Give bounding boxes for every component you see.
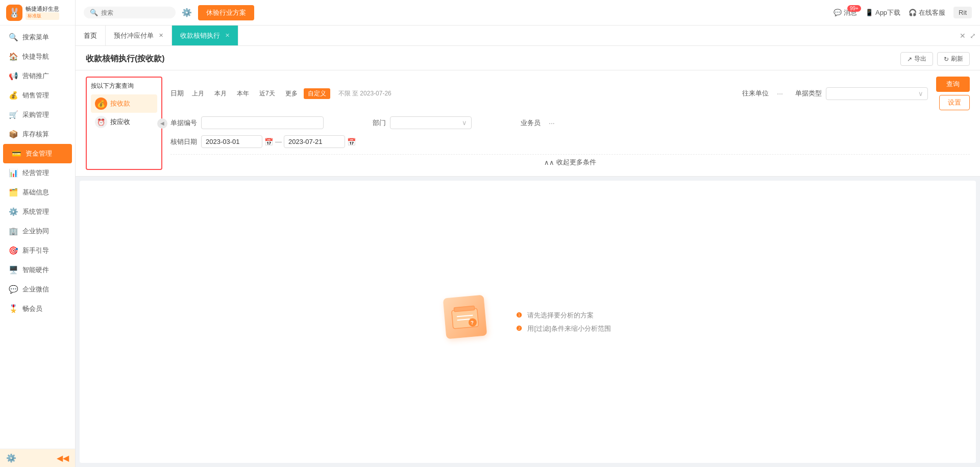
sidebar-item-search[interactable]: 🔍 搜索菜单	[0, 28, 75, 47]
sidebar-item-quick-nav[interactable]: 🏠 快捷导航	[0, 47, 75, 66]
sidebar-item-label: 智能硬件	[22, 265, 49, 275]
date-options: 上月 本月 本年 近7天 更多 自定义	[188, 88, 330, 99]
sidebar-item-sales[interactable]: 💰 销售管理	[0, 86, 75, 105]
date-custom-button[interactable]: 自定义	[304, 88, 330, 99]
sidebar-item-hardware[interactable]: 🖥️ 智能硬件	[0, 260, 75, 280]
sidebar-item-wechat[interactable]: 💬 企业微信	[0, 280, 75, 299]
verify-date-start-input[interactable]	[201, 135, 262, 148]
date-more-button[interactable]: 更多	[281, 88, 302, 99]
date-filter-field: 日期 上月 本月 本年 近7天 更多 自定义 不限 至 2023-07-26	[170, 88, 391, 99]
export-button[interactable]: ↗ 导出	[900, 52, 933, 66]
doc-type-filter-field: 单据类型 ∨	[795, 87, 928, 100]
sidebar-item-label: 基础信息	[22, 188, 49, 197]
app-icon: 📱	[865, 9, 873, 16]
system-icon: ⚙️	[8, 207, 18, 216]
purchase-icon: 🛒	[8, 110, 18, 119]
setting-button[interactable]: 设置	[939, 95, 970, 110]
tip-2-text: 用[过滤]条件来缩小分析范围	[527, 322, 610, 335]
settings-icon[interactable]: ⚙️	[6, 453, 16, 463]
staff-filter-field: 业务员 ···	[521, 117, 559, 129]
sidebar-item-marketing[interactable]: 📢 营销推广	[0, 66, 75, 86]
online-service-button[interactable]: 🎧 在线客服	[909, 8, 945, 17]
collapse-panel-button[interactable]: ◀	[157, 118, 167, 129]
filter-option-by-receivable[interactable]: ⏰ 按应收	[91, 113, 157, 131]
sidebar-item-label: 销售管理	[22, 91, 49, 100]
search-input[interactable]	[101, 9, 162, 16]
filter-option-by-receipt[interactable]: 💰 按收款	[91, 94, 157, 113]
date-this-year-button[interactable]: 本年	[233, 88, 253, 99]
sidebar-logo: 🐰 畅捷通好生意 标准版	[0, 0, 75, 26]
partner-select-button[interactable]: ···	[773, 87, 787, 100]
empty-tips: ❶ 请先选择要分析的方案 ❷ 用[过滤]条件来缩小分析范围	[516, 309, 610, 335]
page-header-actions: ↗ 导出 ↻ 刷新	[900, 52, 970, 66]
filter-option-receipt-label: 按收款	[110, 99, 130, 108]
sales-icon: 💰	[8, 91, 18, 100]
sidebar-item-label: 搜索菜单	[22, 33, 49, 42]
sidebar-item-basic-info[interactable]: 🗂️ 基础信息	[0, 183, 75, 202]
empty-state: ? ❶ 请先选择要分析的方案 ❷ 用[过滤]条件来缩小分析范围	[80, 181, 976, 463]
date-range-display: 不限 至 2023-07-26	[338, 89, 391, 98]
sidebar-item-label: 企业协同	[22, 227, 49, 236]
tab-close-all-button[interactable]: ✕	[960, 32, 966, 40]
app-badge: 标准版	[26, 12, 59, 20]
industry-solution-button[interactable]: 休验行业方案	[198, 5, 254, 20]
message-button[interactable]: 💬 消息 99+	[834, 8, 857, 17]
staff-select-button[interactable]: ···	[545, 117, 559, 129]
gear-icon[interactable]: ⚙️	[182, 8, 192, 17]
date-7days-button[interactable]: 近7天	[255, 88, 279, 99]
sidebar-item-enterprise[interactable]: 🏢 企业协同	[0, 222, 75, 241]
tip-item-2: ❷ 用[过滤]条件来缩小分析范围	[516, 322, 610, 335]
empty-box-icon: ?	[443, 294, 487, 339]
search-icon: 🔍	[90, 9, 98, 16]
calendar-end-icon[interactable]: 📅	[347, 138, 356, 146]
app-label: App下载	[875, 8, 900, 17]
sidebar-item-label: 营销推广	[22, 71, 49, 81]
refresh-button[interactable]: ↻ 刷新	[937, 52, 970, 66]
sidebar-item-system[interactable]: ⚙️ 系统管理	[0, 202, 75, 222]
doc-number-input[interactable]	[201, 116, 324, 129]
dept-filter-field: 部门 ∨	[373, 116, 472, 129]
verify-date-range: 📅 — 📅	[201, 135, 356, 148]
doc-number-label: 单据编号	[170, 118, 197, 128]
finance-icon: 💳	[11, 149, 21, 158]
collapse-sidebar-button[interactable]: ◀◀	[57, 453, 69, 463]
sidebar-item-member[interactable]: 🎖️ 畅会员	[0, 299, 75, 318]
sidebar-item-purchase[interactable]: 🛒 采购管理	[0, 105, 75, 125]
tab-home[interactable]: 首页	[76, 26, 106, 45]
dept-select[interactable]: ∨	[390, 116, 472, 129]
verify-date-end-input[interactable]	[284, 135, 345, 148]
enterprise-icon: 🏢	[8, 227, 18, 236]
tab-home-label: 首页	[84, 31, 97, 40]
date-last-month-button[interactable]: 上月	[188, 88, 208, 99]
date-this-month-button[interactable]: 本月	[210, 88, 231, 99]
more-conditions-toggle[interactable]: ∧∧ 收起更多条件	[170, 154, 970, 170]
tab-expand-button[interactable]: ⤢	[970, 32, 976, 40]
tab-receipt-exec[interactable]: 收款核销执行 ✕	[172, 26, 238, 45]
verify-date-filter-field: 核销日期 📅 — 📅	[170, 135, 356, 148]
sidebar-item-finance[interactable]: 💳 资金管理	[3, 144, 72, 163]
user-profile[interactable]: Rit	[953, 7, 972, 18]
tab-receipt-exec-close[interactable]: ✕	[225, 32, 230, 39]
doc-type-select[interactable]: ∨	[826, 87, 928, 100]
refresh-icon: ↻	[944, 56, 949, 63]
tip-1-text: 请先选择要分析的方案	[527, 309, 594, 322]
calendar-start-icon[interactable]: 📅	[264, 138, 273, 146]
sidebar-item-inventory[interactable]: 📦 库存核算	[0, 125, 75, 144]
date-label: 日期	[170, 89, 184, 98]
hardware-icon: 🖥️	[8, 265, 18, 275]
query-button[interactable]: 查询	[936, 77, 970, 92]
tip-item-1: ❶ 请先选择要分析的方案	[516, 309, 610, 322]
tab-prepay[interactable]: 预付冲应付单 ✕	[106, 26, 172, 45]
sidebar-menu: 🔍 搜索菜单 🏠 快捷导航 📢 营销推广 💰 销售管理 🛒 采购管理 📦 库存核…	[0, 26, 75, 449]
sidebar-item-label: 采购管理	[22, 110, 49, 119]
sidebar-item-operations[interactable]: 📊 经营管理	[0, 163, 75, 183]
filter-row-3: 核销日期 📅 — 📅	[170, 135, 970, 148]
tab-prepay-close[interactable]: ✕	[159, 32, 163, 39]
basic-info-icon: 🗂️	[8, 188, 18, 197]
topbar-search[interactable]: 🔍	[84, 7, 176, 18]
sidebar-item-guide[interactable]: 🎯 新手引导	[0, 241, 75, 260]
app-download-button[interactable]: 📱 App下载	[865, 8, 900, 17]
sidebar-bottom: ⚙️ ◀◀	[0, 449, 75, 467]
app-logo-icon: 🐰	[6, 5, 22, 21]
search-icon: 🔍	[8, 33, 18, 42]
